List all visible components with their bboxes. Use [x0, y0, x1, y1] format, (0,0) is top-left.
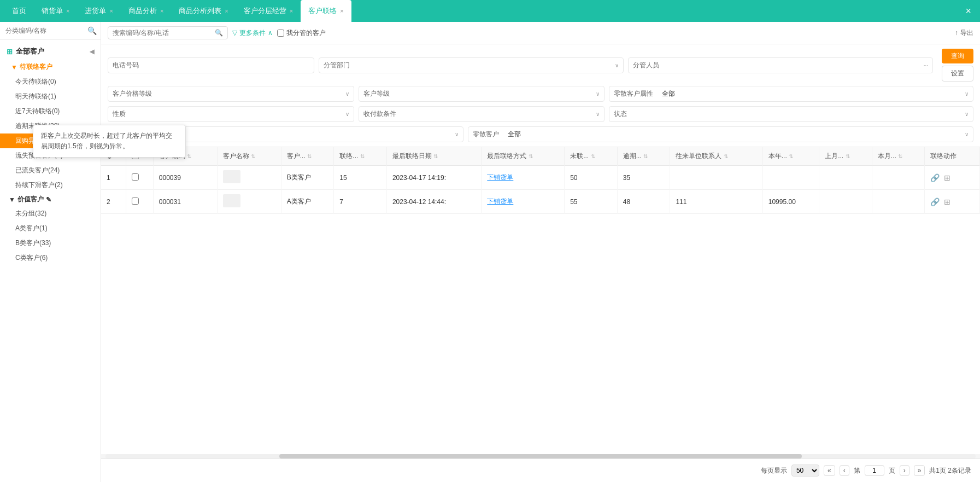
nav-tab-customer-layer[interactable]: 客户分层经营 × [236, 0, 301, 22]
first-page-btn[interactable]: « [824, 465, 835, 476]
close-customer-layer-tab[interactable]: × [290, 8, 293, 14]
value-group-edit-icon[interactable]: ✎ [46, 196, 51, 204]
nav-tab-sales[interactable]: 销货单 × [34, 0, 77, 22]
row2-action-icons: 🔗 ⊞ [930, 198, 974, 206]
sidebar-item-tomorrow-pending[interactable]: 明天待联络(1) [0, 89, 101, 104]
sidebar-search-input[interactable] [5, 27, 87, 34]
row2-last-method[interactable]: 下销货单 [482, 190, 565, 214]
row1-grid-icon[interactable]: ⊞ [944, 173, 950, 182]
nav-tab-customer-contact[interactable]: 客户联络 × [301, 0, 351, 22]
horizontal-scrollbar[interactable] [105, 454, 976, 458]
col-contact-count[interactable]: 联络... ⇅ [334, 147, 387, 166]
row1-last-method[interactable]: 下销货单 [482, 166, 565, 190]
window-close-button[interactable]: × [961, 5, 976, 17]
row1-type: B类客户 [281, 166, 334, 190]
close-customer-contact-tab[interactable]: × [340, 8, 343, 14]
nav-tab-purchase[interactable]: 进货单 × [77, 0, 120, 22]
person-field[interactable]: 分管人员 ··· [628, 57, 933, 73]
table-header-row: ⚙ 客户编码 ⇅ 客户名称 ⇅ 客户... ⇅ [101, 147, 980, 166]
row1-checkbox[interactable] [126, 166, 153, 190]
row2-select-checkbox[interactable] [132, 198, 139, 205]
filter-row-1: 电话号码 分管部门 ∨ 分管人员 ··· 查询 设置 [108, 49, 973, 82]
scrollbar-thumb[interactable] [279, 454, 801, 458]
close-sales-tab[interactable]: × [66, 8, 69, 14]
more-filter-btn[interactable]: ▽ 更多条件 ∧ [232, 28, 273, 38]
nav-tab-analysis[interactable]: 商品分析 × [121, 0, 171, 22]
row2-last-date: 2023-04-12 14:44: [386, 190, 481, 214]
row2-this-month [872, 190, 925, 214]
row1-select-checkbox[interactable] [132, 173, 139, 181]
export-icon: ↑ [955, 29, 958, 37]
sidebar-item-7days-pending[interactable]: 近7天待联络(0) [0, 104, 101, 119]
nav-tab-analysis-list[interactable]: 商品分析列表 × [171, 0, 236, 22]
close-analysis-list-tab[interactable]: × [225, 8, 228, 14]
page-unit-label: 页 [889, 466, 895, 475]
sidebar-item-a-class[interactable]: A类客户(1) [0, 221, 101, 236]
col-this-year[interactable]: 本年... ⇅ [762, 147, 819, 166]
sidebar-item-unclassified[interactable]: 未分组(32) [0, 206, 101, 221]
col-this-month[interactable]: 本月... ⇅ [872, 147, 925, 166]
settings-button[interactable]: 设置 [942, 66, 973, 82]
nav-tab-home[interactable]: 首页 [4, 0, 34, 22]
sidebar-all-customers[interactable]: ⊞ 全部客户 ◀ [0, 43, 101, 60]
col-last-month[interactable]: 上月... ⇅ [819, 147, 872, 166]
sort-icon-uncontacted: ⇅ [591, 153, 595, 159]
phone-field[interactable]: 电话号码 [108, 57, 314, 73]
search-box[interactable]: 🔍 [108, 26, 228, 39]
retail-customer-field[interactable]: 零散客户 全部 ∨ [468, 126, 973, 142]
sidebar-search-box[interactable]: 🔍 [0, 22, 101, 40]
close-analysis-tab[interactable]: × [160, 8, 163, 14]
query-button[interactable]: 查询 [942, 49, 973, 63]
per-page-select[interactable]: 50 100 200 [791, 464, 819, 477]
customer-grade-field[interactable]: 客户等级 ∨ [359, 86, 605, 102]
payment-arrow-icon: ∨ [596, 111, 600, 117]
nav-tab-purchase-label: 进货单 [85, 6, 106, 16]
row1-contact-count: 15 [334, 166, 387, 190]
sidebar-search-icon: 🔍 [87, 26, 97, 35]
col-overdue[interactable]: 逾期... ⇅ [617, 147, 670, 166]
sidebar-value-group[interactable]: ▼ 价值客户 ✎ [0, 193, 101, 206]
row2-grid-icon[interactable]: ⊞ [944, 198, 950, 206]
prev-page-btn[interactable]: ‹ [840, 465, 849, 476]
col-last-contact-date[interactable]: 最后联络日期 ⇅ [386, 147, 481, 166]
page-number-input[interactable] [865, 465, 884, 476]
col-unit-contact[interactable]: 往来单位联系人 ⇅ [670, 147, 762, 166]
last-page-btn[interactable]: » [914, 465, 925, 476]
search-input[interactable] [113, 29, 215, 37]
row2-name [217, 190, 281, 214]
close-purchase-tab[interactable]: × [109, 8, 113, 14]
b-class-label: B类客户(33) [15, 239, 51, 247]
next-page-btn[interactable]: › [900, 465, 909, 476]
sort-icon-name: ⇅ [251, 153, 255, 159]
col-customer-type[interactable]: 客户... ⇅ [281, 147, 334, 166]
table-row: 1 000039 B类客户 15 2023-04-17 14:19: 下销货单 … [101, 166, 980, 190]
status-field[interactable]: 状态 ∨ [609, 106, 973, 122]
gender-field[interactable]: 性质 ∨ [108, 106, 354, 122]
col-customer-name[interactable]: 客户名称 ⇅ [217, 147, 281, 166]
row2-link-icon[interactable]: 🔗 [930, 198, 940, 206]
sidebar-item-churned[interactable]: 已流失客户(24) [0, 163, 101, 178]
sidebar-item-c-class[interactable]: C类客户(6) [0, 251, 101, 265]
payment-field[interactable]: 收付款条件 ∨ [359, 106, 605, 122]
dept-field[interactable]: 分管部门 ∨ [319, 57, 624, 73]
payment-label: 收付款条件 [363, 109, 396, 119]
pagination-bar: 每页显示 50 100 200 « ‹ 第 页 › » 共1页 2条记录 [101, 458, 980, 482]
row2-checkbox[interactable] [126, 190, 153, 214]
page-label: 第 [854, 466, 860, 475]
retail-attr-field[interactable]: 零散客户属性 全部 ∨ [609, 86, 973, 102]
row1-link-icon[interactable]: 🔗 [930, 173, 940, 182]
sidebar-collapse-btn[interactable]: ◀ [90, 48, 94, 55]
sidebar-item-b-class[interactable]: B类客户(33) [0, 236, 101, 251]
today-pending-label: 今天待联络(0) [15, 78, 56, 85]
col-uncontacted[interactable]: 未联... ⇅ [565, 147, 618, 166]
sidebar-pending-group[interactable]: ▼ 待联络客户 [0, 60, 101, 74]
my-customer-checkbox[interactable] [277, 30, 284, 37]
row1-last-month [819, 166, 872, 190]
col-last-contact-method[interactable]: 最后联络方式 ⇅ [482, 147, 565, 166]
row1-unit-contact [670, 166, 762, 190]
sidebar-item-today-pending[interactable]: 今天待联络(0) [0, 74, 101, 89]
export-button[interactable]: ↑ 导出 [955, 28, 973, 38]
sidebar-item-declining[interactable]: 持续下滑客户(2) [0, 178, 101, 193]
price-grade-field[interactable]: 客户价格等级 ∨ [108, 86, 354, 102]
row2-uncontacted: 55 [565, 190, 618, 214]
